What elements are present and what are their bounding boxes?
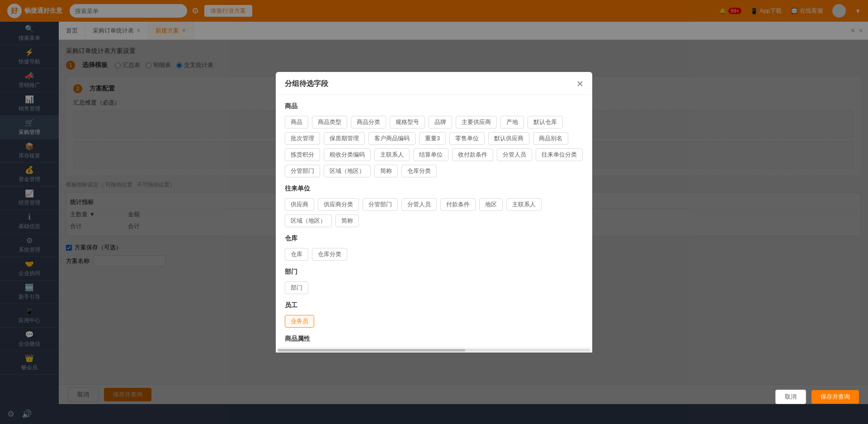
field-tag-customer-code[interactable]: 客户商品编码 [368, 132, 415, 145]
field-tag-default-supplier[interactable]: 默认供应商 [488, 132, 529, 145]
tag-grid-product: 商品 商品类型 商品分类 规格型号 品牌 主要供应商 产地 默认仓库 批次管理 … [285, 116, 583, 177]
field-tag-supplier-cat[interactable]: 供应商分类 [318, 198, 359, 211]
field-tag-person-cp[interactable]: 分管人员 [401, 198, 437, 211]
section-title-counterpart: 往来单位 [285, 185, 583, 193]
field-tag-payment-cond[interactable]: 付款条件 [440, 198, 476, 211]
field-tag-dept-cp[interactable]: 分管部门 [363, 198, 398, 211]
field-tag-default-warehouse[interactable]: 默认仓库 [528, 116, 563, 129]
field-tag-settle-unit[interactable]: 结算单位 [413, 148, 448, 161]
field-tag-expiry[interactable]: 保质期管理 [324, 132, 365, 145]
field-tag-area-cp[interactable]: 地区 [479, 198, 503, 211]
tag-grid-counterpart: 供应商 供应商分类 分管部门 分管人员 付款条件 地区 主联系人 区域（地区） … [285, 198, 583, 227]
cancel-button[interactable]: 取消 [775, 390, 806, 404]
field-tag-dept[interactable]: 部门 [285, 281, 308, 294]
field-tag-retail-unit[interactable]: 零售单位 [449, 132, 485, 145]
modal-dialog: 分组待选字段 ✕ 商品 商品 商品类型 商品分类 规格型号 品牌 主要供应商 产… [276, 72, 592, 353]
section-title-product: 商品 [285, 102, 583, 110]
field-tag-product-category[interactable]: 商品分类 [351, 116, 386, 129]
field-tag-spec[interactable]: 规格型号 [390, 116, 425, 129]
modal-title: 分组待选字段 [285, 79, 328, 89]
tag-grid-warehouse: 仓库 仓库分类 [285, 248, 583, 261]
field-tag-alias[interactable]: 商品别名 [533, 132, 568, 145]
field-tag-warehouse[interactable]: 仓库 [285, 248, 308, 261]
field-tag-salesperson[interactable]: 业务员 [285, 315, 314, 328]
modal-body: 商品 商品 商品类型 商品分类 规格型号 品牌 主要供应商 产地 默认仓库 批次… [276, 95, 592, 348]
field-tag-contact-cp[interactable]: 主联系人 [506, 198, 542, 211]
field-tag-abbr-cp[interactable]: 简称 [335, 214, 359, 227]
field-tag-warehouse-category[interactable]: 仓库分类 [312, 248, 347, 261]
field-tag-brand[interactable]: 品牌 [429, 116, 452, 129]
field-tag-product-type[interactable]: 商品类型 [312, 116, 347, 129]
field-tag-supervisor[interactable]: 分管人员 [497, 148, 532, 161]
field-tag-weight3[interactable]: 重量3 [419, 132, 446, 145]
field-tag-supplier[interactable]: 供应商 [285, 198, 314, 211]
field-tag-pick-score[interactable]: 拣货积分 [285, 148, 320, 161]
save-query-button[interactable]: 保存并查询 [811, 390, 859, 404]
field-tag-main-contact[interactable]: 主联系人 [374, 148, 410, 161]
modal-overlay: 分组待选字段 ✕ 商品 商品 商品类型 商品分类 规格型号 品牌 主要供应商 产… [0, 0, 868, 424]
field-tag-dept-managed[interactable]: 分管部门 [285, 165, 320, 177]
field-tag-abbr-product[interactable]: 简称 [374, 165, 398, 177]
page-action-buttons: 取消 保存并查询 [775, 390, 859, 404]
modal-hscroll[interactable] [276, 348, 592, 352]
section-title-attributes: 商品属性 [285, 335, 583, 343]
tag-grid-staff: 业务员 [285, 315, 583, 328]
field-tag-warehouse-cat[interactable]: 仓库分类 [401, 165, 437, 177]
section-title-staff: 员工 [285, 301, 583, 310]
field-tag-region-product[interactable]: 区域（地区） [324, 165, 371, 177]
modal-header: 分组待选字段 ✕ [276, 72, 592, 95]
field-tag-batch[interactable]: 批次管理 [285, 132, 320, 145]
field-tag-origin[interactable]: 产地 [500, 116, 524, 129]
field-tag-counterpart-cat[interactable]: 往来单位分类 [536, 148, 583, 161]
modal-close-button[interactable]: ✕ [576, 79, 583, 89]
field-tag-main-supplier[interactable]: 主要供应商 [456, 116, 497, 129]
field-tag-region-cp[interactable]: 区域（地区） [285, 214, 332, 227]
section-title-dept: 部门 [285, 268, 583, 276]
section-title-warehouse: 仓库 [285, 234, 583, 243]
field-tag-product[interactable]: 商品 [285, 116, 308, 129]
tag-grid-dept: 部门 [285, 281, 583, 294]
field-tag-tax-code[interactable]: 税收分类编码 [324, 148, 371, 161]
field-tag-payment-terms[interactable]: 收付款条件 [452, 148, 493, 161]
